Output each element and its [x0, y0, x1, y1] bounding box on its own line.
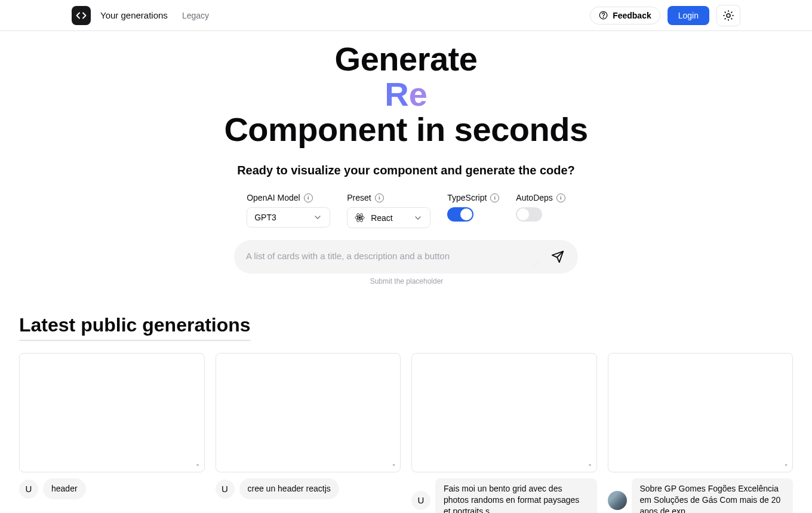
animated-char-2: e [409, 75, 427, 113]
hero-line-1: Generate [0, 42, 812, 77]
preset-select[interactable]: React [347, 207, 430, 228]
generation-card: - Sobre GP Gomes Fogões Excelência em So… [608, 353, 793, 513]
card-prompt-badge[interactable]: Fais moi un bento grid avec des photos r… [435, 478, 597, 513]
svg-point-2 [727, 14, 730, 17]
app-logo[interactable] [72, 6, 91, 25]
model-select[interactable]: GPT3 [247, 207, 330, 228]
nav-left: Your generations Legacy [72, 6, 214, 25]
card-prompt-badge[interactable]: header [43, 478, 86, 499]
chevron-down-icon [313, 213, 322, 222]
send-icon [551, 250, 564, 263]
latest-section: Latest public generations - U header - U… [0, 314, 812, 513]
react-icon [355, 213, 365, 223]
prompt-box: ⋰ [234, 240, 578, 274]
info-icon[interactable]: i [375, 193, 384, 202]
controls-row: OpenAI Model i GPT3 Preset i React [0, 193, 812, 228]
card-preview[interactable]: - [19, 353, 205, 472]
model-label: OpenAI Model [247, 193, 300, 202]
section-title: Latest public generations [19, 314, 251, 341]
card-preview[interactable]: - [411, 353, 597, 472]
feedback-button[interactable]: Feedback [590, 7, 660, 24]
autodeps-label: AutoDeps [516, 193, 552, 202]
avatar[interactable]: U [216, 480, 235, 499]
info-icon[interactable]: i [556, 193, 565, 202]
svg-line-9 [725, 18, 725, 19]
svg-line-6 [731, 18, 732, 19]
card-preview[interactable]: - [216, 353, 401, 472]
avatar[interactable]: U [411, 491, 430, 510]
svg-point-1 [603, 17, 604, 18]
sun-icon [723, 10, 734, 21]
preset-group: Preset i React [347, 193, 430, 228]
card-meta: U Fais moi un bento grid avec des photos… [411, 478, 597, 513]
avatar[interactable] [608, 491, 627, 510]
toggle-knob [460, 208, 472, 220]
card-placeholder-dash: - [196, 460, 199, 469]
hero: Generate Re Component in seconds Ready t… [0, 31, 812, 285]
preset-value: React [371, 213, 393, 223]
autodeps-toggle[interactable] [516, 207, 542, 222]
prompt-input[interactable] [246, 246, 527, 268]
svg-line-10 [731, 12, 732, 13]
theme-toggle-button[interactable] [716, 5, 740, 26]
help-icon [599, 11, 608, 20]
card-preview[interactable]: - [608, 353, 793, 472]
typescript-group: TypeScript i [447, 193, 499, 222]
card-prompt-badge[interactable]: cree un header reactjs [239, 478, 339, 499]
nav-legacy[interactable]: Legacy [177, 7, 214, 24]
typescript-label: TypeScript [447, 193, 487, 202]
prompt-wrap: ⋰ Submit the placeholder [234, 240, 578, 285]
svg-line-5 [725, 12, 725, 13]
model-label-row: OpenAI Model i [247, 193, 330, 202]
resize-handle-icon[interactable]: ⋰ [533, 260, 537, 267]
submit-button[interactable] [546, 245, 570, 269]
card-meta: Sobre GP Gomes Fogões Excelência em Solu… [608, 478, 793, 513]
hero-animated-word: Re [0, 77, 812, 112]
nav-right: Feedback Login [590, 5, 740, 26]
card-meta: U cree un header reactjs [216, 478, 401, 499]
autodeps-label-row: AutoDeps i [516, 193, 565, 202]
avatar[interactable]: U [19, 480, 38, 499]
autodeps-group: AutoDeps i [516, 193, 565, 222]
prompt-hint[interactable]: Submit the placeholder [235, 277, 578, 285]
generation-card: - U cree un header reactjs [216, 353, 401, 513]
model-group: OpenAI Model i GPT3 [247, 193, 330, 228]
cards-grid: - U header - U cree un header reactjs - … [19, 353, 793, 513]
login-button[interactable]: Login [668, 6, 709, 25]
hero-line-3: Component in seconds [0, 112, 812, 148]
typescript-toggle[interactable] [447, 207, 473, 222]
generation-card: - U Fais moi un bento grid avec des phot… [411, 353, 597, 513]
card-placeholder-dash: - [589, 460, 592, 469]
nav-your-generations[interactable]: Your generations [96, 7, 173, 24]
card-meta: U header [19, 478, 205, 499]
generation-card: - U header [19, 353, 205, 513]
info-icon[interactable]: i [304, 193, 313, 202]
top-nav: Your generations Legacy Feedback Login [0, 0, 812, 31]
preset-label: Preset [347, 193, 371, 202]
model-value: GPT3 [254, 213, 276, 222]
card-placeholder-dash: - [392, 460, 395, 469]
typescript-label-row: TypeScript i [447, 193, 499, 202]
svg-point-11 [359, 217, 361, 219]
toggle-knob [517, 208, 529, 220]
chevron-down-icon [413, 213, 423, 223]
animated-char-1: R [385, 75, 408, 113]
code-icon [76, 10, 87, 21]
preset-label-row: Preset i [347, 193, 430, 202]
info-icon[interactable]: i [490, 193, 499, 202]
card-prompt-badge[interactable]: Sobre GP Gomes Fogões Excelência em Solu… [632, 478, 793, 513]
card-placeholder-dash: - [785, 460, 788, 469]
hero-subtitle: Ready to visualize your component and ge… [0, 164, 812, 177]
feedback-label: Feedback [613, 11, 651, 20]
